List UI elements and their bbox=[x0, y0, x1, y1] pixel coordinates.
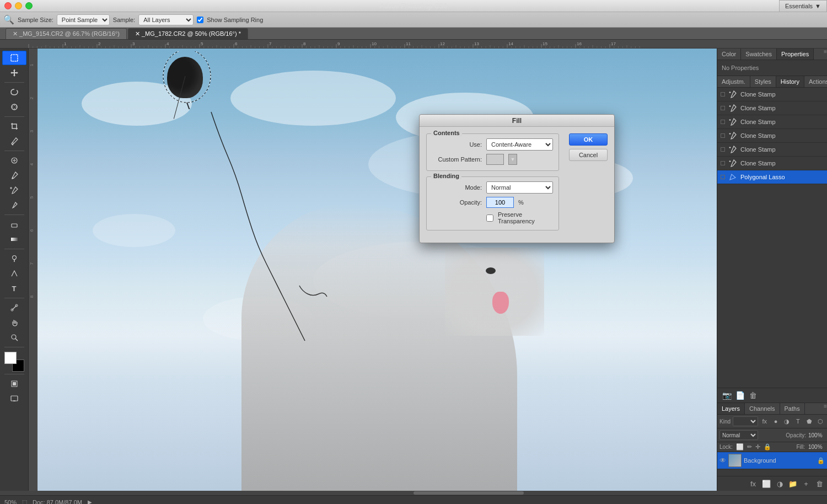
horizontal-scrollbar[interactable] bbox=[0, 491, 827, 495]
fill-use-select[interactable]: Content-Aware Foreground Color Backgroun… bbox=[486, 138, 553, 151]
sample-size-select[interactable]: Point Sample bbox=[57, 14, 110, 25]
filter-type-select[interactable] bbox=[733, 416, 758, 426]
lock-all-icon[interactable]: 🔒 bbox=[764, 443, 771, 451]
history-item-0[interactable]: Clone Stamp bbox=[717, 88, 827, 101]
layers-panel-menu-icon[interactable]: ≡ bbox=[824, 403, 827, 414]
tab-color[interactable]: Color bbox=[717, 49, 741, 60]
filter-adjust-icon[interactable]: ◑ bbox=[782, 416, 791, 426]
fill-custom-pattern-row: Custom Pattern: ▼ bbox=[432, 154, 553, 165]
fill-cancel-button[interactable]: Cancel bbox=[569, 149, 608, 161]
foreground-color-swatch[interactable] bbox=[4, 352, 17, 364]
history-item-4[interactable]: Clone Stamp bbox=[717, 143, 827, 157]
fill-label: Fill: bbox=[796, 444, 805, 450]
path-selection-tool[interactable] bbox=[2, 301, 26, 315]
layer-visibility-icon[interactable]: 👁 bbox=[719, 457, 726, 464]
eyedropper-tool[interactable] bbox=[2, 134, 26, 148]
layers-section: Layers Channels Paths ≡ Kind fx ● ◑ T ⬟ … bbox=[717, 403, 827, 491]
filter-vector-icon[interactable]: ⬟ bbox=[805, 416, 814, 426]
sample-select[interactable]: All Layers bbox=[138, 14, 194, 25]
crop-tool[interactable] bbox=[2, 119, 26, 133]
minimize-window-button[interactable] bbox=[15, 2, 22, 9]
history-item-state-icon bbox=[721, 133, 725, 138]
history-item-label: Clone Stamp bbox=[740, 91, 776, 98]
history-item-state-icon bbox=[721, 120, 725, 124]
fill-opacity-input[interactable]: 100 bbox=[486, 197, 514, 208]
type-tool[interactable]: T bbox=[2, 281, 26, 296]
layer-delete-button[interactable]: 🗑 bbox=[814, 478, 825, 489]
tab-properties[interactable]: Properties bbox=[777, 49, 814, 60]
history-tabs: Adjustm. Styles History Actions ≡ bbox=[717, 76, 827, 88]
scrollbar-thumb[interactable] bbox=[414, 491, 524, 495]
hand-tool[interactable] bbox=[2, 315, 26, 330]
history-item-1[interactable]: Clone Stamp bbox=[717, 101, 827, 115]
svg-text:1: 1 bbox=[64, 41, 67, 46]
tab-adjustments[interactable]: Adjustm. bbox=[717, 76, 750, 87]
clone-stamp-tool[interactable] bbox=[2, 183, 26, 197]
create-new-document-icon[interactable]: 📄 bbox=[735, 390, 745, 400]
gradient-tool[interactable] bbox=[2, 232, 26, 246]
document-tab-1[interactable]: ✕ _MG_9154.CR2 @ 66.7% (RGB/16°) bbox=[6, 28, 127, 39]
delete-history-icon[interactable]: 🗑 bbox=[748, 390, 758, 400]
pen-tool[interactable] bbox=[2, 266, 26, 281]
close-window-button[interactable] bbox=[4, 2, 12, 9]
layer-group-button[interactable]: 📁 bbox=[787, 478, 798, 489]
filter-fx-icon[interactable]: fx bbox=[760, 416, 769, 426]
eraser-tool[interactable] bbox=[2, 217, 26, 232]
panel-menu-icon[interactable]: ≡ bbox=[824, 49, 827, 60]
dodge-tool[interactable] bbox=[2, 251, 26, 266]
quick-mask-tool[interactable] bbox=[2, 377, 26, 391]
window-controls bbox=[4, 2, 33, 9]
svg-text:16: 16 bbox=[577, 41, 582, 46]
brush-tool[interactable] bbox=[2, 168, 26, 183]
tab-styles[interactable]: Styles bbox=[750, 76, 776, 87]
show-sampling-ring-checkbox[interactable] bbox=[197, 17, 203, 23]
lock-position-icon[interactable]: ✛ bbox=[755, 443, 760, 451]
layer-adjust-button[interactable]: ◑ bbox=[774, 478, 785, 489]
move-tool[interactable] bbox=[2, 66, 26, 80]
tab-paths[interactable]: Paths bbox=[780, 403, 805, 414]
lock-pixels-icon[interactable]: ✏ bbox=[747, 443, 752, 451]
lasso-tool[interactable] bbox=[2, 85, 26, 99]
tab-channels[interactable]: Channels bbox=[745, 403, 780, 414]
filter-text-icon[interactable]: T bbox=[793, 416, 802, 426]
zoom-tool[interactable] bbox=[2, 330, 26, 345]
tab-swatches[interactable]: Swatches bbox=[741, 49, 777, 60]
layer-mask-button[interactable]: ⬜ bbox=[761, 478, 772, 489]
history-item-5[interactable]: Clone Stamp bbox=[717, 157, 827, 170]
screen-mode-tool[interactable] bbox=[2, 392, 26, 406]
layer-new-button[interactable]: + bbox=[801, 478, 812, 489]
fill-contents-label: Contents bbox=[431, 130, 462, 136]
filter-pixel-icon[interactable]: ● bbox=[771, 416, 780, 426]
tab-layers[interactable]: Layers bbox=[717, 403, 745, 414]
history-brush-tool[interactable] bbox=[2, 198, 26, 212]
marquee-tool[interactable] bbox=[2, 51, 26, 65]
tab-actions[interactable]: Actions bbox=[804, 76, 827, 87]
fill-mode-row: Mode: Normal Dissolve Multiply Screen Ov… bbox=[432, 181, 553, 194]
svg-text:7: 7 bbox=[29, 262, 34, 265]
layer-background[interactable]: 👁 Background 🔒 bbox=[717, 452, 827, 469]
history-item-3[interactable]: Clone Stamp bbox=[717, 129, 827, 143]
svg-text:6: 6 bbox=[235, 41, 238, 46]
doc-size: Doc: 87.0M/87.0M bbox=[33, 499, 82, 505]
fill-ok-button[interactable]: OK bbox=[569, 133, 608, 146]
new-snapshot-icon[interactable]: 📷 bbox=[722, 390, 732, 400]
lock-transparent-icon[interactable]: ⬜ bbox=[736, 443, 744, 451]
quick-selection-tool[interactable] bbox=[2, 100, 26, 114]
history-item-2[interactable]: Clone Stamp bbox=[717, 115, 827, 129]
fill-opacity-label: Opacity: bbox=[432, 199, 482, 206]
filter-smart-icon[interactable]: ⬡ bbox=[816, 416, 825, 426]
tab-history[interactable]: History bbox=[776, 76, 804, 87]
fill-mode-select[interactable]: Normal Dissolve Multiply Screen Overlay bbox=[486, 181, 553, 194]
maximize-window-button[interactable] bbox=[25, 2, 33, 9]
layer-fx-button[interactable]: fx bbox=[748, 478, 759, 489]
blend-mode-select[interactable]: Normal bbox=[719, 430, 758, 440]
custom-pattern-preview[interactable] bbox=[486, 154, 504, 165]
custom-pattern-dropdown[interactable]: ▼ bbox=[508, 154, 517, 165]
history-item-label: Polygonal Lasso bbox=[740, 174, 785, 180]
healing-brush-tool[interactable] bbox=[2, 153, 26, 168]
history-item-6[interactable]: Polygonal Lasso bbox=[717, 170, 827, 184]
document-tab-2[interactable]: ✕ _MG_1782.CR2 @ 50% (RGB/16°) * bbox=[128, 28, 248, 39]
svg-text:8: 8 bbox=[29, 295, 34, 298]
essentials-button[interactable]: Essentials ▼ bbox=[779, 0, 827, 12]
preserve-transparency-checkbox[interactable] bbox=[486, 215, 493, 222]
